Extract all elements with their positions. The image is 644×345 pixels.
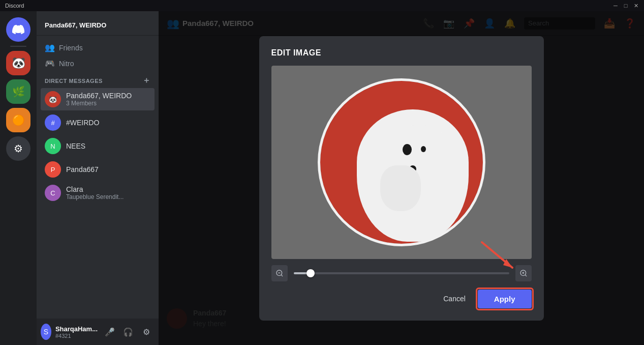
dm-item-nees[interactable]: N NEES [41, 135, 155, 157]
edit-image-modal: EDIT IMAGE [259, 36, 544, 321]
dm-name-weirdo: #WEIRDO [66, 119, 150, 127]
dm-sub-clara: Taupeblue Serendit... [66, 193, 150, 200]
dm-info-panda: Panda667, WEIRDO 3 Members [66, 92, 150, 107]
zoom-out-icon[interactable] [271, 265, 288, 281]
nitro-label: Nitro [59, 60, 74, 68]
user-avatar: S [41, 324, 51, 340]
apply-button-wrapper: Apply [478, 290, 532, 308]
svg-line-1 [281, 275, 283, 276]
channel-sidebar: Panda667, WEIRDO 👥 Friends 🎮 Nitro DIREC… [37, 11, 159, 345]
user-controls: 🎤 🎧 ⚙ [102, 324, 155, 340]
server-divider [10, 46, 26, 47]
dm-sub-panda: 3 Members [66, 100, 150, 107]
titlebar: Discord ─ □ ✕ [0, 0, 644, 11]
user-tag: #4321 [55, 333, 98, 339]
baymax-body [357, 109, 469, 242]
dm-section-text: DIRECT MESSAGES [45, 78, 103, 84]
main-content: 👥 Panda667, WEIRDO 📞 📷 📌 👤 🔔 Search 📥 ❓ [159, 11, 644, 345]
settings-button[interactable]: ⚙ [138, 324, 155, 340]
zoom-slider[interactable] [294, 272, 509, 274]
deafen-button[interactable]: 🎧 [120, 324, 136, 340]
dm-avatar-panda: 🐼 [45, 91, 61, 107]
dm-item-panda667[interactable]: P Panda667 [41, 158, 155, 181]
zoom-in-icon[interactable] [515, 265, 532, 281]
server-icon-gray[interactable]: ⚙ [6, 136, 30, 161]
nitro-icon: 🎮 [45, 59, 55, 68]
zoom-controls [271, 265, 532, 281]
modal-title: EDIT IMAGE [271, 48, 532, 58]
add-dm-icon[interactable]: ＋ [142, 75, 151, 86]
friends-label: Friends [59, 44, 83, 52]
apply-button[interactable]: Apply [478, 290, 532, 308]
modal-overlay: EDIT IMAGE [159, 11, 644, 345]
server-icon-red[interactable]: 🐼 [6, 51, 30, 75]
server-icon-orange[interactable]: 🟠 [6, 108, 30, 132]
user-name: SharqaHam... [55, 325, 98, 333]
dm-avatar-panda667: P [45, 161, 61, 178]
mute-button[interactable]: 🎤 [102, 324, 118, 340]
user-info: SharqaHam... #4321 [55, 325, 98, 339]
image-editor[interactable] [271, 66, 532, 259]
dm-avatar-nees: N [45, 138, 61, 154]
dm-name-clara: Clara [66, 185, 150, 193]
baymax-hand [380, 165, 421, 211]
cancel-button[interactable]: Cancel [435, 291, 474, 307]
friends-icon: 👥 [45, 43, 55, 52]
sidebar-item-nitro[interactable]: 🎮 Nitro [41, 55, 155, 71]
dm-item-clara[interactable]: C Clara Taupeblue Serendit... [41, 182, 155, 204]
image-canvas [271, 66, 532, 259]
maximize-button[interactable]: □ [623, 3, 629, 9]
sidebar-item-friends[interactable]: 👥 Friends [41, 40, 155, 55]
dm-name-nees: NEES [66, 142, 150, 150]
close-button[interactable]: ✕ [633, 3, 639, 9]
zoom-slider-thumb[interactable] [306, 269, 315, 277]
modal-footer: Cancel Apply [271, 290, 532, 308]
dm-section-label: DIRECT MESSAGES ＋ [41, 71, 155, 88]
dm-info-clara: Clara Taupeblue Serendit... [66, 185, 150, 200]
dm-avatar-weirdo: # [45, 114, 61, 131]
dm-name-panda667: Panda667 [66, 165, 150, 174]
dm-item-weirdo[interactable]: # #WEIRDO [41, 111, 155, 134]
dm-info-weirdo: #WEIRDO [66, 119, 150, 127]
baymax-eye-left [403, 144, 412, 155]
server-icon-discord[interactable] [6, 17, 30, 42]
user-bar: S SharqaHam... #4321 🎤 🎧 ⚙ [37, 319, 159, 345]
channel-header-title: Panda667, WEIRDO [45, 21, 106, 29]
channel-list: 👥 Friends 🎮 Nitro DIRECT MESSAGES ＋ 🐼 Pa… [37, 36, 159, 319]
dm-name-panda: Panda667, WEIRDO [66, 92, 150, 100]
minimize-button[interactable]: ─ [612, 3, 619, 9]
baymax-eye-right [421, 146, 426, 152]
channel-header: Panda667, WEIRDO [37, 11, 159, 36]
window-controls: ─ □ ✕ [612, 3, 639, 9]
app-layout: 🐼 🌿 🟠 ⚙ Panda667, WEIRDO 👥 Friends 🎮 Nit… [0, 11, 644, 345]
server-sidebar: 🐼 🌿 🟠 ⚙ [0, 11, 37, 345]
svg-line-4 [525, 275, 527, 276]
app-title: Discord [5, 3, 24, 9]
dm-avatar-clara: C [45, 185, 61, 201]
dm-info-panda667: Panda667 [66, 165, 150, 174]
server-icon-green[interactable]: 🌿 [6, 79, 30, 104]
dm-info-nees: NEES [66, 142, 150, 150]
dm-item-panda[interactable]: 🐼 Panda667, WEIRDO 3 Members [41, 88, 155, 110]
